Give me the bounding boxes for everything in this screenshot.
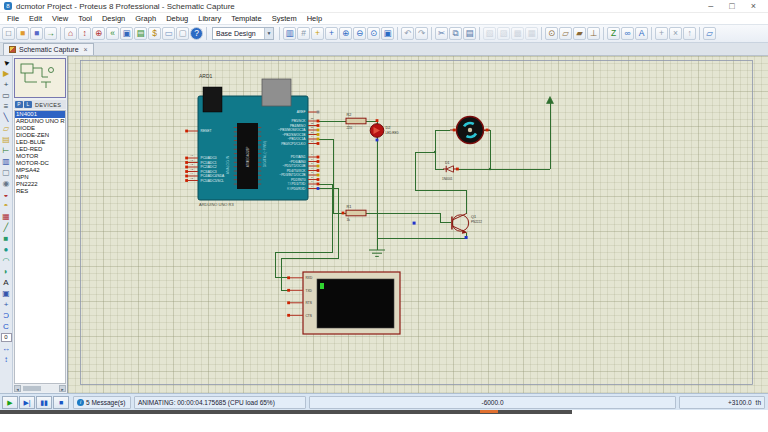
zoom-all-button[interactable]: ⊙ (367, 27, 380, 40)
maximize-button[interactable]: □ (729, 1, 734, 11)
new-sheet-button[interactable]: ▢ (176, 27, 189, 40)
design-selector-dropdown[interactable]: Base Design▼ (212, 27, 274, 40)
tape-recorder-mode-button[interactable]: ▢ (0, 167, 12, 178)
wire[interactable] (366, 213, 451, 222)
generator-mode-button[interactable]: ◉ (0, 178, 12, 189)
2d-symbol-mode-button[interactable]: ▣ (0, 288, 12, 299)
message-counter[interactable]: i 5 Message(s) (73, 396, 131, 409)
2d-text-mode-button[interactable]: A (0, 277, 12, 288)
step-button[interactable]: ▶| (19, 396, 35, 409)
tab-schematic-capture[interactable]: Schematic Capture × (3, 43, 94, 55)
schematic-capture-app-button[interactable]: ⊕ (92, 27, 105, 40)
scrollbar-thumb[interactable] (23, 386, 41, 391)
transistor-q1[interactable]: Q1 PN2222 (451, 214, 482, 234)
block-rotate-button[interactable]: ▩ (511, 27, 524, 40)
rotate-clockwise-button[interactable]: C (0, 310, 12, 321)
resistor-r2[interactable]: R2 220 (346, 113, 366, 130)
power-terminal[interactable] (547, 97, 554, 104)
design-explorer-app-button[interactable]: ▭ (162, 27, 175, 40)
close-button[interactable]: × (751, 1, 756, 11)
2d-arc-mode-button[interactable]: ◠ (0, 255, 12, 266)
virtual-instruments-mode-button[interactable]: ▦ (0, 211, 12, 222)
zoom-out-button[interactable]: ⊖ (353, 27, 366, 40)
block-move-button[interactable]: ▨ (497, 27, 510, 40)
virtual-terminal[interactable]: RXDTXDRTSCTS (287, 272, 400, 334)
make-device-button[interactable]: ▱ (559, 27, 572, 40)
device-item[interactable]: DIODE (15, 125, 65, 132)
redo-button[interactable]: ↷ (415, 27, 428, 40)
device-item[interactable]: RES (15, 188, 65, 195)
device-item[interactable]: NPN (15, 174, 65, 181)
menu-file[interactable]: File (2, 14, 24, 23)
ground-symbol[interactable] (369, 250, 385, 256)
text-script-mode-button[interactable]: ≡ (0, 101, 12, 112)
wire[interactable] (366, 121, 377, 124)
device-item[interactable]: ARDUINO UNO R3 (15, 118, 65, 125)
menu-library[interactable]: Library (193, 14, 226, 23)
packaging-tool-button[interactable]: ▰ (573, 27, 586, 40)
schematic-overview[interactable] (14, 58, 66, 98)
pause-button[interactable]: ▮▮ (36, 396, 52, 409)
search-and-tag-button[interactable]: ∞ (621, 27, 634, 40)
y-mirror-button[interactable]: ↕ (0, 354, 12, 365)
wire[interactable] (415, 152, 467, 214)
paste-button[interactable]: ▤ (463, 27, 476, 40)
device-item[interactable]: MOTOR (15, 153, 65, 160)
menu-template[interactable]: Template (226, 14, 266, 23)
zoom-in-button[interactable]: ⊕ (339, 27, 352, 40)
pcb-layout-app-button[interactable]: « (106, 27, 119, 40)
redraw-display-button[interactable]: ▥ (283, 27, 296, 40)
menu-system[interactable]: System (267, 14, 302, 23)
2d-marker-mode-button[interactable]: + (0, 299, 12, 310)
edit-design-notes-button[interactable]: ▱ (703, 27, 716, 40)
help-button[interactable]: ? (190, 27, 203, 40)
2d-path-mode-button[interactable]: ◗ (0, 266, 12, 277)
block-copy-button[interactable]: ▧ (483, 27, 496, 40)
voltage-probe-mode-button[interactable]: ◒ (0, 189, 12, 200)
new-root-sheet-button[interactable]: + (655, 27, 668, 40)
save-design-button[interactable]: ■ (30, 27, 43, 40)
undo-button[interactable]: ↶ (401, 27, 414, 40)
2d-line-mode-button[interactable]: ╱ (0, 222, 12, 233)
home-page-button[interactable]: ⌂ (64, 27, 77, 40)
wire-label-mode-button[interactable]: ▭ (0, 90, 12, 101)
gerber-viewer-app-button[interactable]: ▤ (134, 27, 147, 40)
device-item[interactable]: LED-BLUE (15, 139, 65, 146)
tab-close-icon[interactable]: × (84, 46, 88, 53)
menu-graph[interactable]: Graph (130, 14, 161, 23)
dc-motor[interactable] (450, 117, 490, 144)
junction-dot-mode-button[interactable]: + (0, 79, 12, 90)
wire-autorouter-button[interactable]: Z (607, 27, 620, 40)
center-at-cursor-button[interactable]: + (325, 27, 338, 40)
goto-parent-sheet-button[interactable]: ↑ (683, 27, 696, 40)
subcircuit-mode-button[interactable]: ▱ (0, 123, 12, 134)
copy-button[interactable]: ⧉ (449, 27, 462, 40)
application-home-button[interactable]: ↕ (78, 27, 91, 40)
2d-circle-mode-button[interactable]: ● (0, 244, 12, 255)
device-item[interactable]: 1N4001 (15, 111, 65, 118)
library-manager-button[interactable]: L (24, 101, 32, 108)
device-item[interactable]: MPSA42 (15, 167, 65, 174)
pick-parts-button[interactable]: ⊙ (545, 27, 558, 40)
open-design-button[interactable]: ■ (16, 27, 29, 40)
rotation-angle-display[interactable]: 0 (1, 333, 12, 342)
scrollbar-track[interactable] (21, 385, 59, 392)
scroll-right-button[interactable]: ► (59, 385, 66, 392)
schematic-canvas[interactable]: ARD1 ATMEGA328P ANALOG IN DIGITAL (~PWM)… (68, 56, 768, 393)
false-origin-button[interactable]: + (311, 27, 324, 40)
minimize-button[interactable]: – (708, 1, 713, 11)
x-mirror-button[interactable]: ↔ (0, 343, 12, 354)
2d-box-mode-button[interactable]: ■ (0, 233, 12, 244)
zoom-area-button[interactable]: ▣ (381, 27, 394, 40)
menu-tool[interactable]: Tool (73, 14, 97, 23)
block-delete-button[interactable]: ▦ (525, 27, 538, 40)
remove-sheet-button[interactable]: × (669, 27, 682, 40)
menu-help[interactable]: Help (302, 14, 327, 23)
bill-of-materials-app-button[interactable]: $ (148, 27, 161, 40)
menu-edit[interactable]: Edit (24, 14, 47, 23)
device-pins-mode-button[interactable]: ⊢ (0, 145, 12, 156)
device-item[interactable]: PN2222 (15, 181, 65, 188)
wire[interactable] (484, 130, 490, 169)
stop-button[interactable]: ■ (53, 396, 69, 409)
device-item[interactable]: MOTOR-DC (15, 160, 65, 167)
